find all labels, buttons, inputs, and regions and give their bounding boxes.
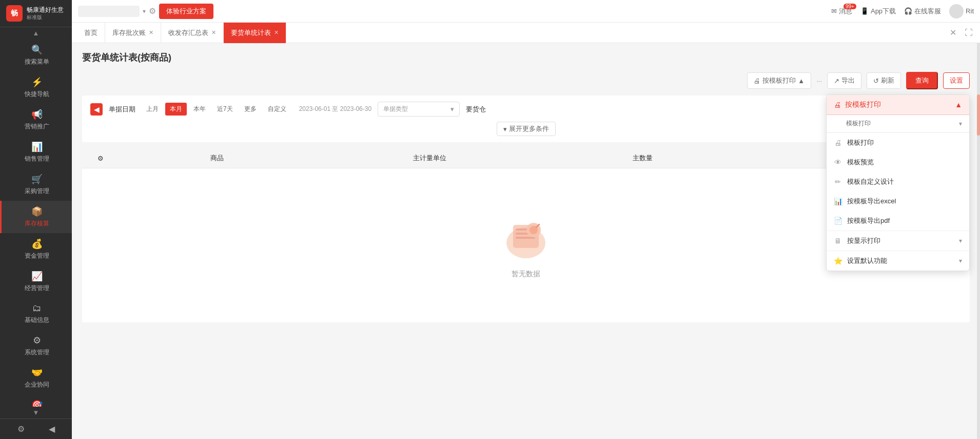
sidebar-item-purchase[interactable]: 🛒采购管理 bbox=[0, 168, 72, 201]
tab-label-batch-accounts: 库存批次账 bbox=[112, 28, 146, 37]
template-design-item[interactable]: ✏ 模板自定义设计 bbox=[827, 172, 969, 192]
query-button[interactable]: 查询 bbox=[906, 72, 938, 89]
tab-close-order-stats[interactable]: ✕ bbox=[274, 29, 279, 36]
tab-receipt-summary[interactable]: 收发存汇总表 ✕ bbox=[161, 23, 224, 43]
col-settings[interactable]: ⚙ bbox=[90, 155, 111, 162]
close-window-icon[interactable]: ✕ bbox=[948, 26, 958, 40]
sidebar-item-marketing-promo[interactable]: 📢营销推广 bbox=[0, 104, 72, 136]
ellipsis-icon[interactable]: ··· bbox=[816, 77, 822, 85]
export-pdf-item[interactable]: 📄 按模板导出pdf bbox=[827, 211, 969, 231]
current-template-item[interactable]: 模板打印 ▾ bbox=[827, 115, 969, 132]
expand-button[interactable]: ▾ 展开更多条件 bbox=[497, 122, 556, 136]
sidebar-item-shortcut[interactable]: ⚡快捷导航 bbox=[0, 71, 72, 104]
col-unit: 主计量单位 bbox=[324, 154, 537, 163]
online-support-item[interactable]: 🎧 在线客服 bbox=[904, 7, 941, 16]
settings-button[interactable]: 设置 bbox=[943, 72, 970, 89]
export-button[interactable]: ↗ 导出 bbox=[827, 72, 861, 89]
sidebar-item-system[interactable]: ⚙系统管理 bbox=[0, 330, 72, 362]
tabbar: 首页库存批次账 ✕收发存汇总表 ✕要货单统计表 ✕ ✕ ⛶ bbox=[72, 23, 980, 43]
date-pill-more[interactable]: 更多 bbox=[240, 103, 261, 116]
print-template-button[interactable]: 🖨 按模板打印 ▲ bbox=[747, 72, 811, 89]
display-print-section: 🖥 按显示打印 ▾ bbox=[827, 231, 969, 251]
system-icon: ⚙ bbox=[33, 335, 41, 346]
print-dropdown-header[interactable]: 🖨 按模板打印 ▲ bbox=[827, 95, 969, 115]
messages-badge: 99+ bbox=[844, 4, 856, 9]
order-type-select[interactable]: 单据类型 ▾ bbox=[378, 102, 460, 117]
operations-icon: 📈 bbox=[31, 271, 43, 282]
messages-item[interactable]: ✉ 消息 99+ bbox=[831, 7, 852, 16]
date-pills: 上月本月本年近7天更多自定义 bbox=[142, 103, 291, 116]
print-dropdown-arrow: ▲ bbox=[798, 77, 805, 85]
export-excel-item[interactable]: 📊 按模板导出excel bbox=[827, 192, 969, 211]
goods-filter-label: 要货仓 bbox=[466, 105, 486, 114]
tabbar-end: ✕ ⛶ bbox=[948, 26, 975, 40]
app-download-item[interactable]: 📱 App下载 bbox=[860, 7, 896, 16]
filter-toggle-button[interactable]: ◀ bbox=[90, 103, 103, 116]
set-default-icon: ⭐ bbox=[834, 257, 842, 265]
sidebar-item-enterprise[interactable]: 🤝企业协同 bbox=[0, 362, 72, 394]
action-bar: 🖨 按模板打印 ▲ ··· ↗ 导出 ↺ 刷新 查询 设置 bbox=[82, 72, 970, 89]
date-pill-last-month[interactable]: 上月 bbox=[142, 103, 163, 116]
template-print-item[interactable]: 🖨 模板打印 bbox=[827, 133, 969, 152]
sidebar-item-operations[interactable]: 📈经营管理 bbox=[0, 265, 72, 298]
set-default-arrow: ▾ bbox=[959, 257, 962, 264]
sidebar: 畅 畅康通好生意 标准版 ▲ 🔍搜索菜单⚡快捷导航📢营销推广📊销售管理🛒采购管理… bbox=[0, 0, 72, 439]
sidebar-scroll-down[interactable]: ▼ bbox=[0, 407, 72, 418]
online-support-label: 在线客服 bbox=[914, 7, 941, 16]
empty-text: 暂无数据 bbox=[512, 270, 540, 279]
breadcrumb-dropdown-icon[interactable]: ▾ bbox=[143, 8, 146, 15]
template-print-label: 模板打印 bbox=[847, 138, 874, 147]
sidebar-item-search[interactable]: 🔍搜索菜单 bbox=[0, 39, 72, 71]
tab-label-home: 首页 bbox=[84, 28, 97, 37]
user-avatar bbox=[949, 4, 964, 18]
sidebar-item-newbie[interactable]: 🎯新手引导 bbox=[0, 394, 72, 407]
search-label: 搜索菜单 bbox=[25, 58, 49, 66]
sidebar-item-basics[interactable]: 🗂基础信息 bbox=[0, 298, 72, 330]
template-design-label: 模板自定义设计 bbox=[847, 177, 894, 186]
purchase-label: 采购管理 bbox=[25, 187, 49, 196]
template-preview-item[interactable]: 👁 模板预览 bbox=[827, 152, 969, 172]
template-print-icon: 🖨 bbox=[834, 139, 842, 147]
date-pill-last-7-days[interactable]: 近7天 bbox=[212, 103, 238, 116]
tab-order-stats[interactable]: 要货单统计表 ✕ bbox=[224, 23, 286, 43]
set-default-item[interactable]: ⭐ 设置默认功能 ▾ bbox=[827, 251, 969, 271]
settings-icon[interactable]: ⚙ bbox=[17, 424, 25, 434]
system-label: 系统管理 bbox=[25, 348, 49, 357]
expand-window-icon[interactable]: ⛶ bbox=[963, 26, 975, 40]
topbar-gear-icon[interactable]: ⚙ bbox=[149, 6, 156, 16]
sales-label: 销售管理 bbox=[25, 155, 49, 163]
export-icon: ↗ bbox=[834, 77, 839, 85]
shortcut-icon: ⚡ bbox=[31, 77, 43, 88]
date-pill-current-month[interactable]: 本月 bbox=[165, 103, 187, 116]
sidebar-item-inventory[interactable]: 📦库存核算 bbox=[0, 201, 72, 233]
date-pill-current-year[interactable]: 本年 bbox=[189, 103, 210, 116]
trial-button[interactable]: 体验行业方案 bbox=[159, 4, 213, 19]
sidebar-item-sales[interactable]: 📊销售管理 bbox=[0, 136, 72, 168]
right-scrollbar[interactable] bbox=[977, 43, 980, 439]
app-subtitle: 标准版 bbox=[27, 14, 64, 21]
search-icon: 🔍 bbox=[31, 44, 43, 55]
sidebar-scroll-up[interactable]: ▲ bbox=[0, 27, 72, 39]
print-template-label: 按模板打印 bbox=[762, 76, 796, 85]
print-dropdown-collapse-icon[interactable]: ▲ bbox=[955, 101, 962, 109]
tab-close-receipt-summary[interactable]: ✕ bbox=[211, 29, 216, 36]
template-preview-label: 模板预览 bbox=[847, 158, 874, 167]
print-items-section: 🖨 模板打印 👁 模板预览 ✏ 模板自定义设计 📊 按模板导出excel 📄 bbox=[827, 133, 969, 231]
topbar: ▾ ⚙ 体验行业方案 ✉ 消息 99+ 📱 App下载 🎧 在线客服 Rit bbox=[72, 0, 980, 23]
refresh-label: 刷新 bbox=[881, 76, 894, 85]
online-support-icon: 🎧 bbox=[904, 7, 912, 15]
basics-label: 基础信息 bbox=[25, 316, 49, 325]
breadcrumb-input[interactable] bbox=[78, 6, 140, 17]
tab-batch-accounts[interactable]: 库存批次账 ✕ bbox=[105, 23, 161, 43]
tab-home[interactable]: 首页 bbox=[77, 23, 105, 43]
sidebar-item-finance[interactable]: 💰资金管理 bbox=[0, 233, 72, 265]
tab-close-batch-accounts[interactable]: ✕ bbox=[149, 29, 153, 36]
right-scrollbar-thumb bbox=[977, 94, 980, 136]
collapse-icon[interactable]: ◀ bbox=[49, 424, 55, 434]
display-print-item[interactable]: 🖥 按显示打印 ▾ bbox=[827, 231, 969, 251]
inventory-label: 库存核算 bbox=[25, 219, 49, 228]
refresh-button[interactable]: ↺ 刷新 bbox=[867, 72, 901, 89]
message-icon: ✉ bbox=[831, 7, 837, 15]
date-pill-custom[interactable]: 自定义 bbox=[263, 103, 291, 116]
user-avatar-item[interactable]: Rit bbox=[949, 4, 974, 18]
